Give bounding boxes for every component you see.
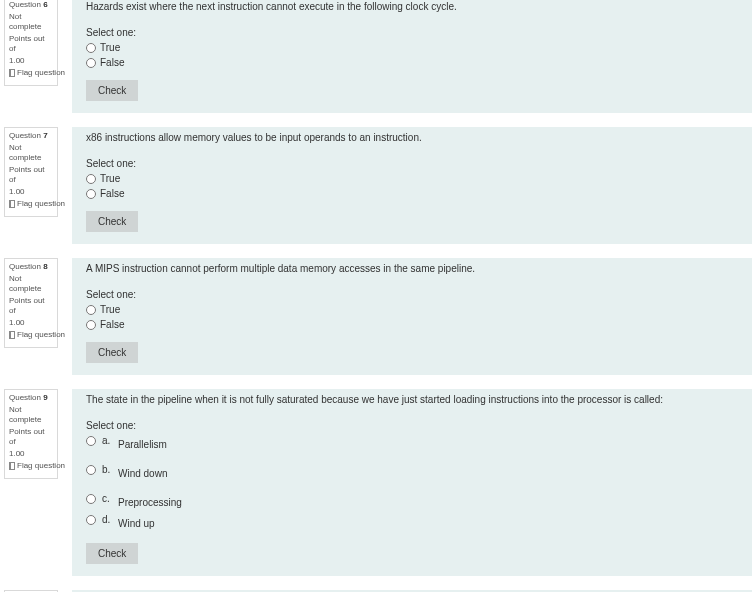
option-false[interactable]: False: [86, 319, 738, 330]
question-content: x86 instructions allow memory values to …: [72, 127, 752, 244]
radio-option[interactable]: [86, 494, 96, 504]
flag-icon: [9, 462, 15, 470]
check-button[interactable]: Check: [86, 80, 138, 101]
points-label: Points out of: [9, 427, 53, 447]
flag-question-link[interactable]: Flag question: [9, 68, 53, 78]
radio-false[interactable]: [86, 58, 96, 68]
question-row: Question 6Not completePoints out of1.00F…: [0, 0, 752, 113]
question-number-label: Question 8: [9, 262, 53, 272]
question-row: Question 7Not completePoints out of1.00F…: [0, 127, 752, 244]
flag-question-link[interactable]: Flag question: [9, 461, 53, 471]
radio-option[interactable]: [86, 515, 96, 525]
question-content: The state in the pipeline when it is not…: [72, 389, 752, 576]
option-text: Wind down: [118, 464, 167, 479]
select-one-label: Select one:: [86, 27, 738, 38]
question-text: Hazards exist where the next instruction…: [86, 0, 738, 13]
flag-icon: [9, 69, 15, 77]
question-number-label: Question 6: [9, 0, 53, 10]
flag-icon: [9, 331, 15, 339]
option-false[interactable]: False: [86, 57, 738, 68]
option-letter: d.: [102, 514, 118, 525]
option-letter: b.: [102, 464, 118, 475]
option-mc[interactable]: a.Parallelism: [86, 435, 738, 450]
question-content: Hazards exist where the next instruction…: [72, 0, 752, 113]
check-button[interactable]: Check: [86, 211, 138, 232]
option-text: Preprocessing: [118, 493, 182, 508]
option-letter: c.: [102, 493, 118, 504]
option-mc[interactable]: d.Wind up: [86, 514, 738, 529]
option-letter: a.: [102, 435, 118, 446]
option-text: Wind up: [118, 514, 155, 529]
option-true[interactable]: True: [86, 304, 738, 315]
select-one-label: Select one:: [86, 420, 738, 431]
points-value: 1.00: [9, 187, 53, 197]
option-text: Parallelism: [118, 435, 167, 450]
question-text: The state in the pipeline when it is not…: [86, 389, 738, 406]
check-button[interactable]: Check: [86, 342, 138, 363]
radio-false[interactable]: [86, 189, 96, 199]
radio-false[interactable]: [86, 320, 96, 330]
option-true[interactable]: True: [86, 42, 738, 53]
completion-status: Not complete: [9, 274, 53, 294]
option-mc[interactable]: c.Preprocessing: [86, 493, 738, 508]
question-info-box: Question 9Not completePoints out of1.00F…: [4, 389, 58, 479]
question-row: Question 9Not completePoints out of1.00F…: [0, 389, 752, 576]
question-info-box: Question 7Not completePoints out of1.00F…: [4, 127, 58, 217]
question-number-label: Question 9: [9, 393, 53, 403]
radio-option[interactable]: [86, 436, 96, 446]
points-value: 1.00: [9, 318, 53, 328]
check-button[interactable]: Check: [86, 543, 138, 564]
points-label: Points out of: [9, 165, 53, 185]
completion-status: Not complete: [9, 143, 53, 163]
question-text: x86 instructions allow memory values to …: [86, 127, 738, 144]
points-value: 1.00: [9, 56, 53, 66]
flag-question-link[interactable]: Flag question: [9, 199, 53, 209]
question-text: A MIPS instruction cannot perform multip…: [86, 258, 738, 275]
flag-icon: [9, 200, 15, 208]
select-one-label: Select one:: [86, 158, 738, 169]
question-number-label: Question 7: [9, 131, 53, 141]
radio-true[interactable]: [86, 174, 96, 184]
question-info-box: Question 6Not completePoints out of1.00F…: [4, 0, 58, 86]
question-content: A MIPS instruction cannot perform multip…: [72, 258, 752, 375]
option-true[interactable]: True: [86, 173, 738, 184]
points-label: Points out of: [9, 296, 53, 316]
points-value: 1.00: [9, 449, 53, 459]
option-false[interactable]: False: [86, 188, 738, 199]
radio-option[interactable]: [86, 465, 96, 475]
question-row: Question 8Not completePoints out of1.00F…: [0, 258, 752, 375]
points-label: Points out of: [9, 34, 53, 54]
option-mc[interactable]: b.Wind down: [86, 464, 738, 479]
radio-true[interactable]: [86, 305, 96, 315]
radio-true[interactable]: [86, 43, 96, 53]
select-one-label: Select one:: [86, 289, 738, 300]
flag-question-link[interactable]: Flag question: [9, 330, 53, 340]
completion-status: Not complete: [9, 12, 53, 32]
completion-status: Not complete: [9, 405, 53, 425]
question-info-box: Question 8Not completePoints out of1.00F…: [4, 258, 58, 348]
